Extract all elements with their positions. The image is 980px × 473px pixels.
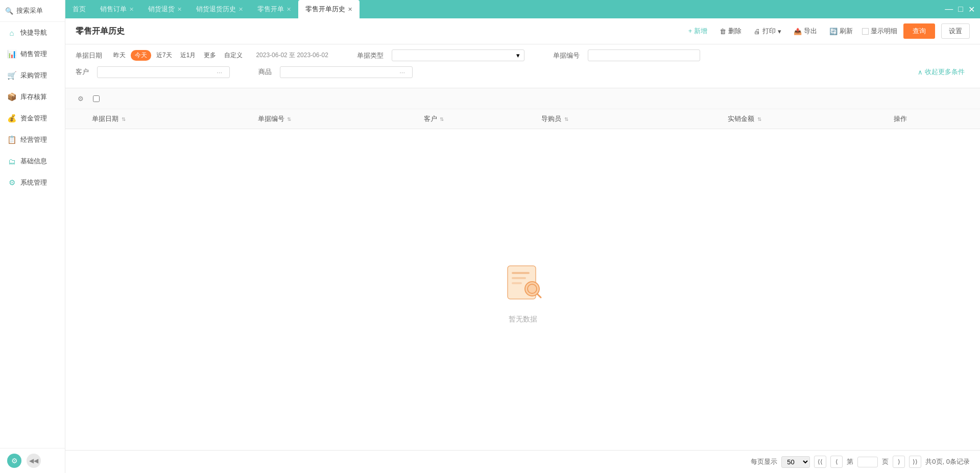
- empty-text: 暂无数据: [509, 315, 537, 324]
- page-next-button[interactable]: ⟩: [893, 456, 905, 468]
- sidebar-item-label: 快捷导航: [20, 28, 47, 37]
- shortcut-today[interactable]: 今天: [131, 50, 151, 61]
- export-label: 导出: [804, 27, 817, 36]
- tab-sales-order-close[interactable]: ✕: [129, 6, 134, 13]
- sort-date-icon[interactable]: ⇅: [122, 116, 126, 122]
- sidebar-item-label: 资金管理: [20, 114, 47, 123]
- page-title: 零售开单历史: [76, 26, 125, 37]
- sidebar-item-label: 经营管理: [20, 135, 47, 144]
- tab-home[interactable]: 首页: [65, 0, 93, 18]
- shortcut-yesterday[interactable]: 昨天: [110, 50, 129, 61]
- tab-retail-history-close[interactable]: ✕: [348, 6, 352, 13]
- sort-number-icon[interactable]: ⇅: [287, 116, 291, 122]
- tab-retail-open[interactable]: 零售开单 ✕: [250, 0, 298, 18]
- sidebar-item-quick-nav[interactable]: ⌂ 快捷导航: [0, 22, 65, 43]
- minimize-button[interactable]: —: [945, 5, 953, 14]
- th-date[interactable]: 单据日期 ⇅: [86, 109, 252, 129]
- svg-line-7: [537, 294, 541, 297]
- sidebar-item-purchase-mgmt[interactable]: 🛒 采购管理: [0, 65, 65, 86]
- sidebar-item-sales-mgmt[interactable]: 📊 销售管理: [0, 43, 65, 65]
- tab-sales-return-history[interactable]: 销货退货历史 ✕: [189, 0, 250, 18]
- refresh-icon: 🔄: [829, 28, 838, 35]
- th-number[interactable]: 单据编号 ⇅: [252, 109, 418, 129]
- print-label: 打印: [762, 27, 776, 36]
- collapse-sidebar-button[interactable]: ◀◀: [27, 454, 41, 468]
- goods-filter-select[interactable]: ···: [280, 66, 413, 78]
- collapse-chevron-icon: ∧: [918, 68, 923, 76]
- tab-sales-return-history-label: 销货退货历史: [196, 5, 236, 14]
- collapse-more-btn[interactable]: ∧ 收起更多条件: [913, 65, 970, 79]
- th-customer[interactable]: 客户 ⇅: [418, 109, 536, 129]
- per-page-select[interactable]: 50 100 200: [781, 456, 810, 468]
- sort-salesperson-icon[interactable]: ⇅: [564, 116, 568, 122]
- tab-sales-return-history-close[interactable]: ✕: [238, 6, 243, 13]
- shortcut-7days[interactable]: 近7天: [153, 50, 175, 61]
- sidebar-item-inventory[interactable]: 📦 库存核算: [0, 86, 65, 108]
- tab-retail-history[interactable]: 零售开单历史 ✕: [298, 0, 360, 18]
- column-settings-button[interactable]: ⚙: [74, 91, 88, 106]
- number-filter-input[interactable]: [588, 49, 700, 61]
- add-button[interactable]: + 新增: [685, 24, 710, 38]
- print-dropdown-icon: ▾: [778, 28, 781, 35]
- page-first-button[interactable]: ⟨⟨: [814, 456, 826, 468]
- sidebar-item-label: 销售管理: [20, 49, 47, 59]
- empty-icon: [497, 256, 548, 307]
- table-header-row: 单据日期 ⇅ 单据编号 ⇅ 客户 ⇅ 导购员 ⇅: [65, 109, 980, 129]
- show-detail-toggle[interactable]: 显示明细: [862, 27, 897, 36]
- th-amount[interactable]: 实销金额 ⇅: [722, 109, 888, 129]
- select-all-checkbox[interactable]: [93, 95, 100, 102]
- goods-filter-label: 商品: [258, 67, 272, 77]
- type-filter-arrow: ▾: [516, 52, 520, 59]
- customer-ellipsis[interactable]: ···: [213, 68, 225, 76]
- goods-ellipsis[interactable]: ···: [396, 68, 408, 76]
- delete-button[interactable]: 🗑 删除: [716, 24, 745, 38]
- sidebar-search[interactable]: 🔍 搜索采单: [0, 0, 65, 22]
- customer-filter-label: 客户: [76, 67, 89, 77]
- settings-button[interactable]: ⚙: [7, 454, 21, 468]
- tab-sales-return-close[interactable]: ✕: [177, 6, 182, 13]
- data-table: 单据日期 ⇅ 单据编号 ⇅ 客户 ⇅ 导购员 ⇅: [65, 109, 980, 129]
- page-number-input[interactable]: 1: [857, 457, 878, 467]
- date-range: 2023-06-02 至 2023-06-02: [256, 51, 328, 60]
- type-filter-select[interactable]: ▾: [392, 49, 524, 61]
- print-button[interactable]: 🖨 打印 ▾: [751, 24, 784, 38]
- tab-sales-return-label: 销货退货: [148, 5, 175, 14]
- sidebar-item-sys-mgmt[interactable]: ⚙ 系统管理: [0, 172, 65, 193]
- sort-amount-icon[interactable]: ⇅: [757, 116, 761, 122]
- delete-label: 删除: [728, 27, 742, 36]
- tab-sales-order[interactable]: 销售订单 ✕: [93, 0, 141, 18]
- refresh-button[interactable]: 🔄 刷新: [826, 24, 856, 38]
- shortcut-custom[interactable]: 自定义: [221, 50, 246, 61]
- tab-home-label: 首页: [73, 5, 86, 14]
- sidebar-item-operations[interactable]: 📋 经营管理: [0, 129, 65, 151]
- page-prev-button[interactable]: ⟨: [830, 456, 843, 468]
- sidebar-item-finance[interactable]: 💰 资金管理: [0, 108, 65, 129]
- chart-icon: 📊: [7, 49, 16, 59]
- tabs-bar: 首页 销售订单 ✕ 销货退货 ✕ 销货退货历史 ✕ 零售开单 ✕ 零售开单历史 …: [65, 0, 980, 18]
- query-button[interactable]: 查询: [903, 23, 935, 39]
- tab-sales-return[interactable]: 销货退货 ✕: [141, 0, 189, 18]
- main-area: 首页 销售订单 ✕ 销货退货 ✕ 销货退货历史 ✕ 零售开单 ✕ 零售开单历史 …: [65, 0, 980, 473]
- money-icon: 💰: [7, 114, 16, 123]
- show-detail-checkbox[interactable]: [862, 28, 869, 35]
- type-filter-label: 单据类型: [357, 51, 384, 60]
- export-button[interactable]: 📤 导出: [791, 24, 820, 38]
- shortcut-more[interactable]: 更多: [201, 50, 219, 61]
- tab-retail-open-close[interactable]: ✕: [286, 6, 291, 13]
- filter-area: 单据日期 昨天 今天 近7天 近1月 更多 自定义 2023-06-02 至 2…: [65, 44, 980, 88]
- maximize-button[interactable]: □: [958, 5, 963, 14]
- filter-settings-button[interactable]: 设置: [941, 23, 970, 39]
- th-salesperson[interactable]: 导购员 ⇅: [535, 109, 677, 129]
- page-suffix: 页: [882, 457, 889, 466]
- settings-icon: ⚙: [78, 95, 84, 103]
- collapse-label: 收起更多条件: [925, 67, 965, 77]
- empty-state: 暂无数据: [65, 129, 980, 450]
- sort-customer-icon[interactable]: ⇅: [440, 116, 444, 122]
- close-button[interactable]: ✕: [968, 5, 975, 14]
- customer-filter-select[interactable]: ···: [97, 66, 230, 78]
- tab-retail-open-label: 零售开单: [257, 5, 284, 14]
- sidebar-item-basic-info[interactable]: 🗂 基础信息: [0, 151, 65, 172]
- shortcut-1month[interactable]: 近1月: [177, 50, 199, 61]
- page-last-button[interactable]: ⟩⟩: [909, 456, 921, 468]
- print-icon: 🖨: [754, 28, 760, 35]
